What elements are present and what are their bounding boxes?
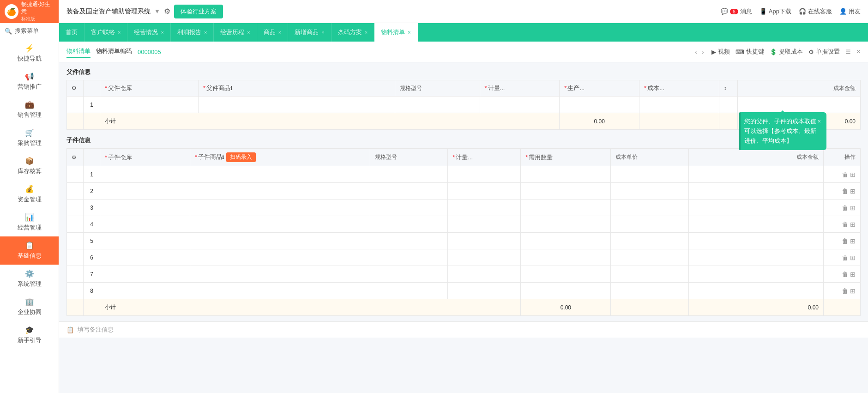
nav-tab-profit-report[interactable]: 利润报告× [171,23,214,42]
child-row4-needed[interactable] [521,216,611,233]
child-row7-product[interactable] [190,266,370,283]
child-row5-qty[interactable] [448,233,521,249]
nav-tab-customers[interactable]: 客户联络× [84,23,127,42]
child-row6-spec[interactable] [370,249,447,266]
nav-tab-bom[interactable]: 物料清单× [374,23,417,42]
sidebar-item-enterprise[interactable]: 🏢企业协同 [0,293,59,321]
child-row3-needed[interactable] [521,200,611,216]
child-col-settings[interactable]: ⚙ [67,149,84,166]
sidebar-item-inventory[interactable]: 📦库存核算 [0,152,59,180]
sub-tab-bom-code[interactable]: 物料清单编码 [96,45,132,58]
child-row3-product[interactable] [190,200,370,216]
child-row5-unit-cost[interactable] [611,233,688,249]
delete-row2-icon[interactable]: 🗑 [842,187,848,195]
child-row6-needed[interactable] [521,249,611,266]
sidebar-item-basic-info[interactable]: 📋基础信息 [0,236,59,265]
child-row4-qty[interactable] [448,216,521,233]
child-row1-needed[interactable] [521,166,611,183]
child-row8-spec[interactable] [370,283,447,299]
child-row7-unit-cost[interactable] [611,266,688,283]
topbar-online-service[interactable]: 🎧在线客服 [799,7,832,16]
close-tab-new-products[interactable]: × [321,30,324,35]
child-row6-unit-cost[interactable] [611,249,688,266]
child-row3-warehouse[interactable] [100,200,190,216]
child-row7-qty[interactable] [448,266,521,283]
parent-row1-prod[interactable] [560,97,639,113]
child-row2-warehouse[interactable] [100,183,190,200]
close-tab-profit-report[interactable]: × [204,30,207,35]
close-tab-bom[interactable]: × [408,30,410,35]
sidebar-item-purchase[interactable]: 🛒采购管理 [0,124,59,152]
child-row8-qty[interactable] [448,283,521,299]
sidebar-item-system[interactable]: ⚙️系统管理 [0,265,59,293]
child-row1-warehouse[interactable] [100,166,190,183]
copy-row8-icon[interactable]: ⊞ [850,287,856,295]
parent-row1-qty[interactable] [480,97,560,113]
topbar-dropdown-icon[interactable]: ▼ [154,8,160,15]
child-row3-unit-cost[interactable] [611,200,688,216]
copy-row7-icon[interactable]: ⊞ [850,271,856,278]
child-row8-unit-cost[interactable] [611,283,688,299]
child-row1-product[interactable] [190,166,370,183]
child-row7-warehouse[interactable] [100,266,190,283]
copy-row2-icon[interactable]: ⊞ [850,187,856,195]
search-menu[interactable]: 🔍 搜索菜单 [0,23,59,39]
copy-row1-icon[interactable]: ⊞ [850,171,856,178]
parent-col-settings[interactable]: ⚙ [67,80,84,97]
sidebar-item-quick-nav[interactable]: ⚡快捷导航 [0,39,59,67]
parent-row1-product[interactable] [199,97,395,113]
child-row6-product[interactable] [190,249,370,266]
nav-tab-barcode[interactable]: 条码方案× [332,23,374,42]
view-toggle[interactable]: ☰ [845,48,851,55]
close-tab-operations-status[interactable]: × [161,30,163,35]
child-row7-spec[interactable] [370,266,447,283]
copy-row6-icon[interactable]: ⊞ [850,254,856,261]
copy-row5-icon[interactable]: ⊞ [850,237,856,245]
sub-header-extract-cost[interactable]: 💲提取成本 [770,48,803,56]
close-tab-products[interactable]: × [278,30,281,35]
close-tab-customers[interactable]: × [118,30,121,35]
scan-btn[interactable]: 扫码录入 [226,152,256,162]
sidebar-item-finance[interactable]: 💰资金管理 [0,180,59,208]
delete-row4-icon[interactable]: 🗑 [842,221,848,228]
sidebar-item-operations[interactable]: 📊经营管理 [0,208,59,236]
nav-tab-products[interactable]: 商品× [257,23,288,42]
child-row8-needed[interactable] [521,283,611,299]
child-row4-product[interactable] [190,216,370,233]
sidebar-item-sales[interactable]: 💼销售管理 [0,96,59,124]
delete-row3-icon[interactable]: 🗑 [842,204,848,212]
child-row2-product[interactable] [190,183,370,200]
child-row2-needed[interactable] [521,183,611,200]
delete-row7-icon[interactable]: 🗑 [842,271,848,278]
copy-row3-icon[interactable]: ⊞ [850,204,856,212]
tooltip-close-btn[interactable]: × [817,117,821,127]
close-tab-biz-history[interactable]: × [247,30,250,35]
nav-next[interactable]: › [700,47,706,56]
child-row6-warehouse[interactable] [100,249,190,266]
parent-row1-warehouse[interactable] [100,97,199,113]
child-row4-unit-cost[interactable] [611,216,688,233]
topbar-messages[interactable]: 💬6消息 [721,7,752,16]
topbar-app-download[interactable]: 📱App下载 [760,7,791,16]
sub-header-video[interactable]: ▶视频 [711,48,730,56]
child-row3-spec[interactable] [370,200,447,216]
child-row8-product[interactable] [190,283,370,299]
nav-tab-operations-status[interactable]: 经营情况× [127,23,170,42]
child-row2-unit-cost[interactable] [611,183,688,200]
child-row5-needed[interactable] [521,233,611,249]
child-row2-qty[interactable] [448,183,521,200]
copy-row4-icon[interactable]: ⊞ [850,221,856,228]
child-row1-spec[interactable] [370,166,447,183]
child-row4-warehouse[interactable] [100,216,190,233]
parent-row1-spec[interactable] [395,97,480,113]
delete-row6-icon[interactable]: 🗑 [842,254,848,261]
child-row4-spec[interactable] [370,216,447,233]
close-page-btn[interactable]: × [856,48,861,56]
nav-tab-biz-history[interactable]: 经营历程× [214,23,257,42]
nav-tab-new-products[interactable]: 新增商品× [288,23,331,42]
child-row3-qty[interactable] [448,200,521,216]
child-row8-warehouse[interactable] [100,283,190,299]
child-row5-product[interactable] [190,233,370,249]
sub-header-shortcuts[interactable]: ⌨快捷键 [735,48,764,56]
child-row7-needed[interactable] [521,266,611,283]
